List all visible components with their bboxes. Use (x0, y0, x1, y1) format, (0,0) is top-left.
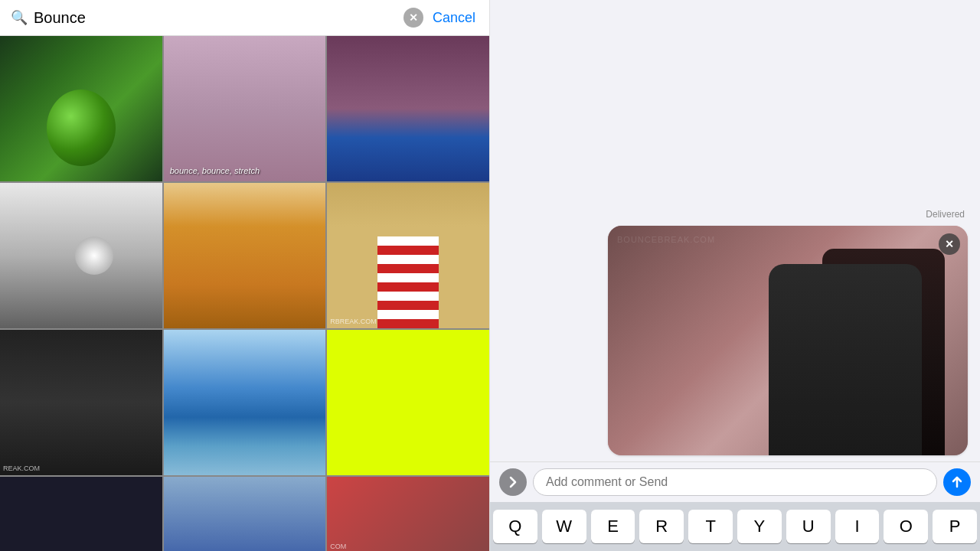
key-e[interactable]: E (591, 510, 635, 543)
gif-search-panel: 🔍 ✕ Cancel RBREAK.COM REAK.COM COM (0, 0, 490, 551)
search-input[interactable] (34, 9, 397, 27)
compose-area (490, 461, 980, 502)
send-button[interactable] (943, 468, 971, 496)
gif-item[interactable] (327, 330, 489, 475)
keyboard: Q W E R T Y U I O P (490, 502, 980, 551)
search-icon: 🔍 (11, 9, 28, 26)
key-t[interactable]: T (688, 510, 733, 543)
gif-item[interactable] (164, 330, 326, 475)
send-icon (950, 475, 964, 489)
gif-item[interactable]: REAK.COM (0, 330, 162, 475)
gif-item[interactable]: RBREAK.COM (327, 183, 489, 328)
cancel-button[interactable]: Cancel (430, 10, 479, 26)
key-w[interactable]: W (542, 510, 586, 543)
gif-item[interactable]: COM (327, 477, 489, 551)
gif-item[interactable] (0, 477, 162, 551)
key-p[interactable]: P (933, 510, 977, 543)
key-y[interactable]: Y (737, 510, 782, 543)
messages-panel: Delivered ✕ Q W (490, 0, 980, 551)
key-o[interactable]: O (884, 510, 928, 543)
gif-preview-close-button[interactable]: ✕ (939, 233, 960, 255)
gif-item[interactable] (0, 183, 162, 328)
expand-button[interactable] (499, 468, 527, 496)
gif-item[interactable] (0, 36, 162, 181)
key-r[interactable]: R (639, 510, 684, 543)
chevron-right-icon (507, 476, 519, 488)
key-u[interactable]: U (786, 510, 831, 543)
gif-watermark: RBREAK.COM (330, 318, 377, 325)
clear-search-button[interactable]: ✕ (403, 8, 423, 28)
delivered-label: Delivered (502, 209, 968, 220)
search-bar: 🔍 ✕ Cancel (0, 0, 489, 36)
key-i[interactable]: I (835, 510, 880, 543)
keyboard-row-1: Q W E R T Y U I O P (493, 510, 977, 543)
gif-item[interactable] (164, 477, 326, 551)
gif-item[interactable] (164, 36, 326, 181)
gif-preview-bubble: ✕ (608, 226, 968, 455)
key-q[interactable]: Q (493, 510, 537, 543)
messages-area: Delivered ✕ (490, 0, 980, 461)
gif-preview-image: ✕ (608, 226, 968, 455)
gif-watermark: REAK.COM (3, 465, 40, 472)
gif-grid: RBREAK.COM REAK.COM COM (0, 36, 489, 551)
compose-input[interactable] (533, 468, 937, 496)
gif-watermark: COM (330, 543, 346, 550)
gif-item[interactable] (164, 183, 326, 328)
gif-item[interactable] (327, 36, 489, 181)
